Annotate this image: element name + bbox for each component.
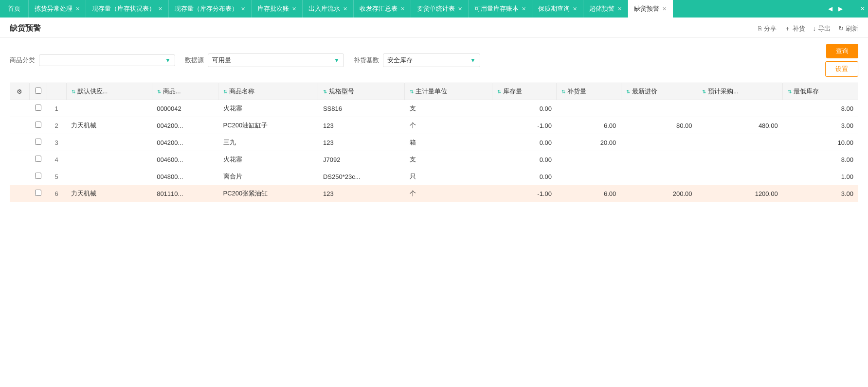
- tab-label: 缺货预警: [634, 4, 659, 13]
- row-checkbox[interactable]: [35, 122, 41, 128]
- th-product-name[interactable]: ⇅ 商品名称: [218, 83, 318, 100]
- table-row[interactable]: 6 力天机械 801110... PC200张紧油缸 123 个 -1.00 6…: [10, 185, 858, 202]
- tab-available-ledger[interactable]: 可用量库存账本 ✕: [469, 0, 532, 18]
- row-min-stock: 3.00: [783, 117, 858, 134]
- close-icon[interactable]: ✕: [343, 6, 347, 12]
- tab-inventory-dist[interactable]: 现存量（库存分布表） ✕: [169, 0, 252, 18]
- row-settings[interactable]: [10, 100, 29, 117]
- row-num: 1: [47, 100, 66, 117]
- tab-purchase-stat[interactable]: 要货单统计表 ✕: [411, 0, 469, 18]
- settings-button[interactable]: 设置: [825, 61, 858, 77]
- th-checkbox[interactable]: [29, 83, 47, 100]
- close-icon[interactable]: ✕: [662, 6, 667, 12]
- table-row[interactable]: 1 0000042 火花塞 SS816 支 0.00 8.00: [10, 100, 858, 117]
- table-row[interactable]: 5 004800... 离合片 DS250*23c... 只 0.00 1.00: [10, 168, 858, 185]
- row-checkbox-cell[interactable]: [29, 151, 47, 168]
- th-min-stock[interactable]: ⇅ 最低库存: [783, 83, 858, 100]
- select-all-checkbox[interactable]: [35, 88, 41, 94]
- row-replenish-qty: [557, 100, 621, 117]
- tab-prev-button[interactable]: ◀: [825, 5, 835, 12]
- close-icon[interactable]: ✕: [522, 6, 526, 12]
- settings-icon[interactable]: ⚙: [17, 88, 22, 95]
- row-replenish-qty: [557, 151, 621, 168]
- close-icon[interactable]: ✕: [573, 6, 577, 12]
- row-checkbox[interactable]: [35, 190, 41, 196]
- tab-shortage-warning[interactable]: 缺货预警 ✕: [628, 0, 673, 18]
- row-estimated-purchase: [697, 100, 783, 117]
- tab-collect-summary[interactable]: 收发存汇总表 ✕: [354, 0, 411, 18]
- table-wrapper: ⚙ ⇅ 默认供应... ⇅ 商: [0, 83, 868, 202]
- close-icon[interactable]: ✕: [458, 6, 462, 12]
- table-row[interactable]: 4 004600... 火花塞 J7092 支 0.00 8.00: [10, 151, 858, 168]
- close-icon[interactable]: ✕: [292, 6, 296, 12]
- datasource-select[interactable]: 可用量 ▼: [208, 53, 344, 67]
- replenish-base-select[interactable]: 安全库存 ▼: [383, 53, 480, 67]
- row-settings[interactable]: [10, 134, 29, 151]
- th-default-supplier[interactable]: ⇅ 默认供应...: [66, 83, 152, 100]
- row-checkbox[interactable]: [35, 173, 41, 179]
- th-latest-price[interactable]: ⇅ 最新进价: [621, 83, 697, 100]
- row-checkbox-cell[interactable]: [29, 168, 47, 185]
- th-min-stock-label: 最低库存: [794, 87, 819, 96]
- th-product-code-label: 商品...: [163, 87, 181, 96]
- row-checkbox[interactable]: [35, 156, 41, 162]
- refresh-button[interactable]: ↻ 刷新: [838, 24, 858, 33]
- tab-defect-processing[interactable]: 拣货异常处理 ✕: [29, 0, 86, 18]
- row-checkbox-cell[interactable]: [29, 185, 47, 202]
- th-unit[interactable]: ⇅ 主计量单位: [405, 83, 492, 100]
- table-row[interactable]: 3 004200... 三九 123 箱 0.00 20.00 10.00: [10, 134, 858, 151]
- close-icon[interactable]: ✕: [158, 6, 163, 12]
- tab-batch-account[interactable]: 库存批次账 ✕: [252, 0, 303, 18]
- row-checkbox[interactable]: [35, 139, 41, 145]
- tab-expiry-query[interactable]: 保质期查询 ✕: [532, 0, 583, 18]
- row-default-supplier: 力天机械: [66, 185, 152, 202]
- refresh-label: 刷新: [846, 24, 858, 33]
- th-replenish-qty[interactable]: ⇅ 补货量: [557, 83, 621, 100]
- tab-overstock-warning[interactable]: 超储预警 ✕: [583, 0, 628, 18]
- tab-minimize-button[interactable]: －: [846, 5, 857, 13]
- row-checkbox-cell[interactable]: [29, 100, 47, 117]
- table-row[interactable]: 2 力天机械 004200... PC200油缸缸子 123 个 -1.00 6…: [10, 117, 858, 134]
- th-estimated-purchase[interactable]: ⇅ 预计采购...: [697, 83, 783, 100]
- row-num: 2: [47, 117, 66, 134]
- tab-inout-flow[interactable]: 出入库流水 ✕: [303, 0, 354, 18]
- row-checkbox-cell[interactable]: [29, 134, 47, 151]
- th-spec[interactable]: ⇅ 规格型号: [318, 83, 405, 100]
- row-checkbox-cell[interactable]: [29, 117, 47, 134]
- close-icon[interactable]: ✕: [241, 6, 245, 12]
- replenish-label: 补货: [793, 24, 805, 33]
- row-settings[interactable]: [10, 151, 29, 168]
- row-product-code: 0000042: [152, 100, 218, 117]
- close-icon[interactable]: ✕: [75, 6, 80, 12]
- row-settings[interactable]: [10, 117, 29, 134]
- th-num: [47, 83, 66, 100]
- row-latest-price: [621, 168, 697, 185]
- th-stock[interactable]: ⇅ 库存量: [492, 83, 557, 100]
- row-product-name: 火花塞: [218, 100, 318, 117]
- close-icon[interactable]: ✕: [617, 6, 622, 12]
- table-header-row: ⚙ ⇅ 默认供应... ⇅ 商: [10, 83, 858, 100]
- row-settings[interactable]: [10, 168, 29, 185]
- close-icon[interactable]: ✕: [400, 6, 405, 12]
- table-body: 1 0000042 火花塞 SS816 支 0.00 8.00 2 力天机械 0…: [10, 100, 858, 202]
- th-product-code[interactable]: ⇅ 商品...: [152, 83, 218, 100]
- query-button[interactable]: 查询: [826, 44, 858, 58]
- row-num: 6: [47, 185, 66, 202]
- export-button[interactable]: ↓ 导出: [813, 24, 831, 33]
- tab-close-all-button[interactable]: ✕: [857, 5, 868, 12]
- share-button[interactable]: ⎘ 分享: [758, 24, 777, 33]
- sort-icon: ⇅: [323, 89, 327, 94]
- row-stock: 0.00: [492, 134, 557, 151]
- replenish-button[interactable]: ＋ 补货: [784, 24, 805, 33]
- tab-home[interactable]: 首页: [0, 0, 29, 18]
- row-replenish-qty: [557, 168, 621, 185]
- row-unit: 箱: [405, 134, 492, 151]
- row-checkbox[interactable]: [35, 105, 41, 111]
- th-settings[interactable]: ⚙: [10, 83, 29, 100]
- datasource-filter-group: 数据源 可用量 ▼: [185, 53, 344, 67]
- row-settings[interactable]: [10, 185, 29, 202]
- category-label: 商品分类: [10, 56, 35, 65]
- tab-next-button[interactable]: ▶: [835, 5, 846, 12]
- tab-inventory-status[interactable]: 现存量（库存状况表） ✕: [86, 0, 169, 18]
- category-select[interactable]: ▼: [39, 54, 175, 66]
